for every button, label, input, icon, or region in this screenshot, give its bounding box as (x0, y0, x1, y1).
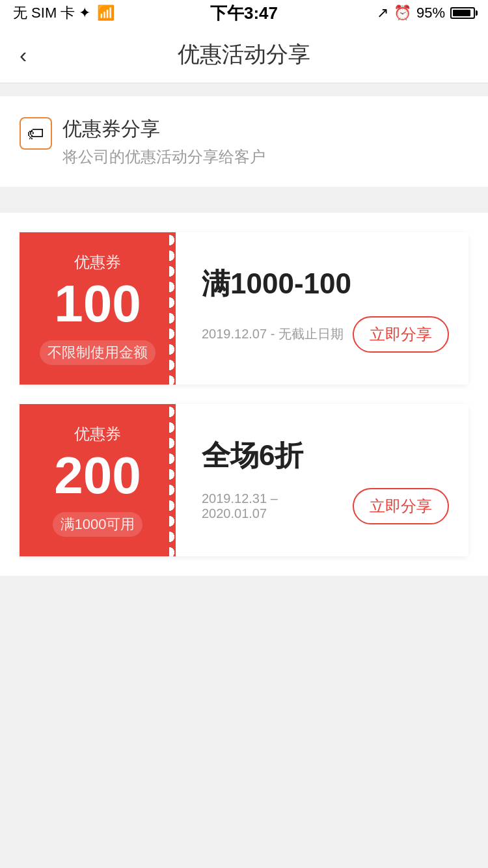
coupon-condition-1: 不限制使用金额 (40, 340, 156, 365)
coupon-right-2: 全场6折 2019.12.31 – 2020.01.07 立即分享 (176, 404, 468, 556)
alarm-icon: ⏰ (394, 5, 411, 21)
coupon-left-1: 优惠券 100 不限制使用金额 (20, 232, 176, 385)
coupon-right-1: 满1000-100 2019.12.07 - 无截止日期 立即分享 (176, 232, 468, 385)
bottom-area (0, 576, 488, 868)
coupon-condition-2: 满1000可用 (53, 512, 143, 537)
coupons-wrapper: 优惠券 100 不限制使用金额 满1000-100 2019.12.07 - 无… (0, 213, 488, 576)
coupon-amount-1: 100 (54, 278, 141, 330)
coupon-label-2: 优惠券 (74, 424, 121, 444)
coupon-label-1: 优惠券 (74, 252, 121, 273)
coupon-left-2: 优惠券 200 满1000可用 (20, 404, 176, 556)
sim-label: 无 SIM 卡 ✦ (13, 3, 90, 23)
battery-icon (450, 7, 475, 19)
section-text: 优惠券分享 将公司的优惠活动分享给客户 (62, 116, 265, 167)
coupon-footer-2: 2019.12.31 – 2020.01.07 立即分享 (202, 488, 449, 524)
status-time: 下午3:47 (210, 2, 278, 25)
coupon-date-2: 2019.12.31 – 2020.01.07 (202, 491, 346, 521)
status-right: ↗ ⏰ 95% (377, 5, 475, 21)
wifi-icon: 📶 (97, 5, 115, 21)
nav-bar: ‹ 优惠活动分享 (0, 26, 488, 83)
share-button-2[interactable]: 立即分享 (353, 488, 449, 524)
share-button-1[interactable]: 立即分享 (353, 316, 449, 353)
coupons-list: 优惠券 100 不限制使用金额 满1000-100 2019.12.07 - 无… (0, 213, 488, 556)
back-button[interactable]: ‹ (20, 44, 27, 66)
coupon-title-2: 全场6折 (202, 437, 449, 475)
gray-divider (0, 83, 488, 96)
location-icon: ↗ (377, 5, 388, 21)
coupon-footer-1: 2019.12.07 - 无截止日期 立即分享 (202, 316, 449, 353)
status-bar: 无 SIM 卡 ✦ 📶 下午3:47 ↗ ⏰ 95% (0, 0, 488, 26)
coupon-card-2: 优惠券 200 满1000可用 全场6折 2019.12.31 – 2020.0… (20, 404, 468, 556)
coupon-date-1: 2019.12.07 - 无截止日期 (202, 325, 346, 343)
status-left: 无 SIM 卡 ✦ 📶 (13, 3, 115, 23)
section-header: 🏷 优惠券分享 将公司的优惠活动分享给客户 (0, 96, 488, 187)
coupon-section-icon: 🏷 (20, 117, 52, 150)
coupon-amount-2: 200 (54, 450, 141, 502)
battery-percent: 95% (416, 5, 445, 21)
section-subtitle: 将公司的优惠活动分享给客户 (62, 146, 265, 167)
page-title: 优惠活动分享 (178, 40, 310, 70)
section-title: 优惠券分享 (62, 116, 265, 142)
coupon-title-1: 满1000-100 (202, 265, 449, 303)
gray-divider-2 (0, 200, 488, 213)
coupon-card-1: 优惠券 100 不限制使用金额 满1000-100 2019.12.07 - 无… (20, 232, 468, 385)
